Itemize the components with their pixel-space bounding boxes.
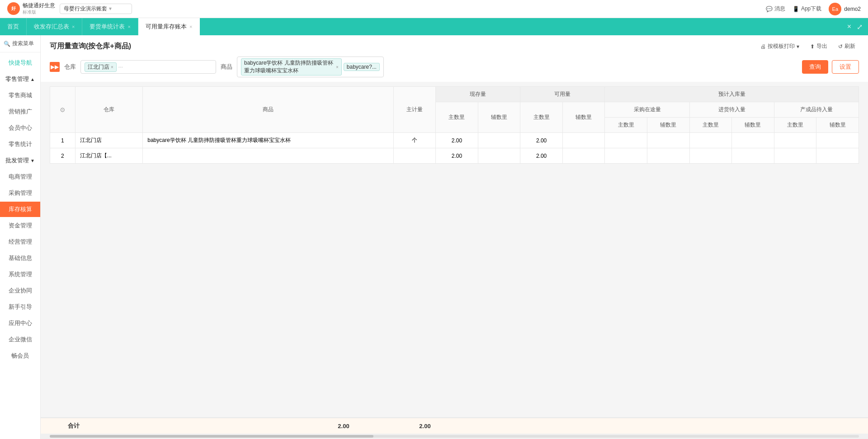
col-pur-main-header: 主数里 bbox=[605, 118, 647, 133]
product-tag-2-text: babycare?... bbox=[347, 64, 377, 70]
table-container: ⚙ 仓库 商品 主计量 现存量 可用量 预计入库量 主数里 辅数里 主数里 辅数… bbox=[41, 82, 868, 417]
product-filter-label: 商品 bbox=[221, 63, 232, 71]
col-incoming-header: 进货待入量 bbox=[689, 102, 774, 118]
warehouse-filter-input[interactable]: 江北门店 × ··· bbox=[80, 60, 216, 74]
warehouse-filter-label: 仓库 bbox=[64, 63, 76, 71]
sidebar-item-finance-label: 资金管理 bbox=[9, 222, 32, 229]
tab-available-inventory-close[interactable]: × bbox=[189, 24, 192, 29]
avatar: Ea bbox=[829, 3, 841, 15]
table-row: 2 江北门店【... 2.00 2.00 bbox=[50, 148, 859, 164]
tab-home[interactable]: 首页 bbox=[0, 18, 27, 35]
table-footer: 合计 2.00 2.00 bbox=[41, 417, 868, 434]
user-name: demo2 bbox=[844, 6, 861, 12]
print-icon: 🖨 bbox=[760, 43, 766, 50]
sidebar-item-guide[interactable]: 新手引导 bbox=[0, 299, 40, 315]
col-available-header: 可用量 bbox=[520, 87, 605, 102]
sidebar-search[interactable]: 🔍 搜索菜单 bbox=[0, 35, 40, 52]
cell-avail-aux bbox=[562, 148, 605, 164]
page-title: 可用量查询(按仓库+商品) bbox=[50, 42, 131, 51]
sidebar-item-inventory[interactable]: 库存核算 bbox=[0, 202, 40, 217]
scroll-bar-thumb[interactable] bbox=[50, 435, 373, 438]
sidebar-item-retail-stat[interactable]: 零售统计 bbox=[0, 137, 40, 152]
footer-stock-main: 2.00 bbox=[321, 423, 366, 430]
cell-unit: 个 bbox=[393, 133, 436, 148]
expand-filter-button[interactable]: ▶▶ bbox=[50, 62, 60, 72]
col-unit-header: 主计量 bbox=[393, 87, 436, 133]
sidebar-item-basic[interactable]: 基础信息 bbox=[0, 250, 40, 266]
main-layout: 🔍 搜索菜单 快捷导航 零售管理 ▲ 零售商城 营销推广 会员中心 零售统计 bbox=[0, 35, 868, 439]
settings-button[interactable]: 设置 bbox=[832, 60, 859, 74]
sidebar-item-inventory-label: 库存核算 bbox=[9, 206, 32, 212]
nav-close-button[interactable]: × bbox=[845, 22, 853, 32]
sidebar-item-guide-label: 新手引导 bbox=[9, 303, 32, 310]
col-stock-aux-header: 辅数里 bbox=[478, 102, 520, 133]
col-settings-header[interactable]: ⚙ bbox=[50, 87, 75, 133]
tab-available-inventory[interactable]: 可用量库存账本 × bbox=[138, 18, 200, 35]
sidebar-item-retail-mall[interactable]: 零售商城 bbox=[0, 88, 40, 103]
sidebar-item-wholesale[interactable]: 批发管理 ▼ bbox=[0, 153, 40, 168]
sidebar-item-ecommerce[interactable]: 电商管理 bbox=[0, 169, 40, 184]
sidebar-item-marketing[interactable]: 营销推广 bbox=[0, 104, 40, 119]
app-label: App下载 bbox=[801, 5, 821, 13]
sidebar-item-wechat[interactable]: 企业微信 bbox=[0, 332, 40, 347]
template-print-label: 按模板打印 bbox=[768, 42, 795, 50]
sidebar-item-purchase[interactable]: 采购管理 bbox=[0, 185, 40, 201]
cell-pur-aux bbox=[647, 148, 690, 164]
col-pur-aux-header: 辅数里 bbox=[647, 118, 690, 133]
cell-pur-aux bbox=[647, 133, 690, 148]
sidebar-search-label: 搜索菜单 bbox=[12, 40, 34, 47]
scroll-bar-track[interactable] bbox=[50, 435, 859, 438]
product-tag-1-close[interactable]: × bbox=[336, 65, 339, 70]
sidebar-item-quick-nav[interactable]: 快捷导航 bbox=[0, 55, 40, 71]
sidebar-item-operations[interactable]: 经营管理 bbox=[0, 234, 40, 250]
message-button[interactable]: 💬 消息 bbox=[766, 5, 785, 13]
scroll-bar-container[interactable] bbox=[41, 434, 868, 439]
template-print-button[interactable]: 🖨 按模板打印 ▾ bbox=[757, 41, 803, 52]
cell-avail-main: 2.00 bbox=[520, 148, 563, 164]
tab-receive[interactable]: 收发存汇总表 × bbox=[27, 18, 82, 35]
sidebar-item-marketing-label: 营销推广 bbox=[9, 108, 32, 115]
export-icon: ⬆ bbox=[810, 43, 815, 50]
tab-receive-close[interactable]: × bbox=[72, 24, 75, 29]
export-button[interactable]: ⬆ 导出 bbox=[807, 41, 831, 52]
sidebar-item-finance[interactable]: 资金管理 bbox=[0, 218, 40, 233]
col-avail-aux-header: 辅数里 bbox=[562, 102, 605, 133]
sidebar-item-retail[interactable]: 零售管理 ▲ bbox=[0, 71, 40, 87]
sidebar-item-wechat-label: 企业微信 bbox=[9, 336, 32, 343]
page-actions: 🖨 按模板打印 ▾ ⬆ 导出 ↺ 刷新 bbox=[757, 41, 859, 52]
logo-text: 畅捷通好生意 bbox=[23, 2, 55, 9]
product-tag-2: babycare?... bbox=[344, 63, 380, 71]
sidebar-item-enterprise-label: 企业协同 bbox=[9, 287, 32, 294]
user-menu[interactable]: Ea demo2 bbox=[829, 3, 861, 15]
industry-select[interactable]: 母婴行业演示账套 ▾ bbox=[60, 4, 132, 14]
data-table: ⚙ 仓库 商品 主计量 现存量 可用量 预计入库量 主数里 辅数里 主数里 辅数… bbox=[50, 86, 859, 164]
tab-order-stat[interactable]: 要货单统计表 × bbox=[82, 18, 138, 35]
nav-controls: × ⤢ bbox=[842, 22, 868, 32]
sidebar-item-wholesale-label: 批发管理 bbox=[5, 156, 29, 165]
industry-label: 母婴行业演示账套 bbox=[64, 5, 107, 13]
refresh-button[interactable]: ↺ 刷新 bbox=[835, 41, 859, 52]
sidebar-item-app-center[interactable]: 应用中心 bbox=[0, 316, 40, 331]
warehouse-tag-text: 江北门店 bbox=[88, 63, 109, 71]
cell-unit bbox=[393, 148, 436, 164]
chevron-down-icon-2: ▼ bbox=[30, 158, 35, 163]
sidebar-item-enterprise[interactable]: 企业协同 bbox=[0, 283, 40, 298]
filter-bar: ▶▶ 仓库 江北门店 × ··· 商品 babycare学饮杯 儿童防摔防撞吸管… bbox=[41, 52, 868, 82]
product-filter-input[interactable]: babycare学饮杯 儿童防摔防撞吸管杯重力球吸嘴杯宝宝水杯 × babyca… bbox=[237, 57, 384, 77]
app-icon: 📱 bbox=[793, 6, 799, 12]
col-prod-aux-header: 辅数里 bbox=[816, 118, 859, 133]
warehouse-tag-close[interactable]: × bbox=[111, 65, 113, 70]
query-button[interactable]: 查询 bbox=[802, 60, 828, 74]
sidebar-item-member2[interactable]: 畅会员 bbox=[0, 348, 40, 363]
sidebar-item-system[interactable]: 系统管理 bbox=[0, 267, 40, 282]
app-download-button[interactable]: 📱 App下载 bbox=[793, 5, 821, 13]
table-row: 1 江北门店 babycare学饮杯 儿童防摔防撞吸管杯重力球吸嘴杯宝宝水杯 个… bbox=[50, 133, 859, 148]
sidebar-item-member[interactable]: 会员中心 bbox=[0, 120, 40, 136]
sidebar-item-member-label: 会员中心 bbox=[9, 124, 32, 131]
nav-expand-button[interactable]: ⤢ bbox=[855, 22, 864, 32]
tab-order-stat-close[interactable]: × bbox=[127, 24, 130, 29]
sidebar-item-member2-label: 畅会员 bbox=[11, 352, 29, 359]
logo-icon: 好 bbox=[7, 2, 20, 15]
cell-index: 1 bbox=[50, 133, 75, 148]
cell-prod-main bbox=[774, 133, 816, 148]
